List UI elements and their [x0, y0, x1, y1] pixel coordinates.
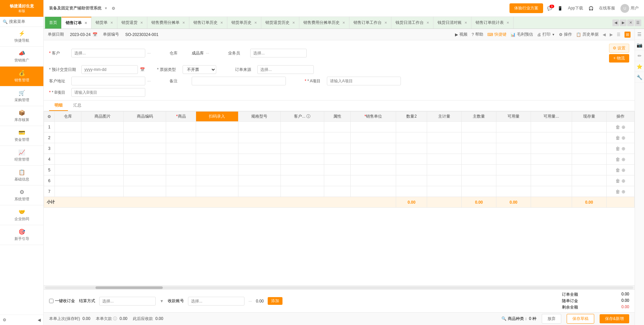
print-dropdown-icon[interactable]: ▼: [552, 33, 555, 36]
row-6-delete-icon[interactable]: 🗑: [615, 178, 620, 184]
tab-daily-workbench-close[interactable]: ✕: [426, 21, 429, 25]
row-4-warehouse[interactable]: [55, 154, 81, 165]
row-1-unit[interactable]: [350, 122, 396, 132]
tab-order-stats-close[interactable]: ✕: [506, 21, 509, 25]
th-scan[interactable]: 扫码录入: [196, 112, 238, 122]
right-panel-btn-4[interactable]: ⭐: [635, 61, 644, 72]
row-6-unit[interactable]: [350, 175, 396, 186]
tab-return-history-close[interactable]: ✕: [292, 21, 295, 25]
row-7-product[interactable]: [166, 186, 196, 197]
row-1-spec[interactable]: [238, 122, 280, 132]
row-7-spec[interactable]: [238, 186, 280, 197]
row-7-warehouse[interactable]: [55, 186, 81, 197]
row-6-copy-icon[interactable]: ⊕: [621, 178, 626, 184]
scrollbar-thumb[interactable]: [96, 286, 163, 289]
row-5-copy-icon[interactable]: ⊕: [621, 167, 626, 173]
tab-sales-return[interactable]: 销货退货 ✕: [117, 17, 147, 29]
tab-order-history-close[interactable]: ✕: [220, 21, 223, 25]
order-source-input[interactable]: [257, 65, 314, 74]
one-click-checkbox-input[interactable]: [49, 299, 53, 303]
row-5-code[interactable]: [124, 165, 166, 175]
tab-home[interactable]: 首页: [45, 17, 62, 29]
row-4-spec[interactable]: [238, 154, 280, 165]
row-4-copy-icon[interactable]: ⊕: [621, 157, 626, 162]
tab-expense-alloc[interactable]: 销售费用分摊单 ✕: [147, 17, 189, 29]
user-profile[interactable]: U 用户: [620, 4, 639, 13]
sidebar-item-operations[interactable]: 📈 经营管理: [0, 146, 43, 166]
layout-list-icon[interactable]: ☰: [617, 32, 620, 37]
sidebar-item-sales[interactable]: 💰 销售管理: [0, 67, 43, 86]
row-5-product[interactable]: [166, 165, 196, 175]
row-3-delete-icon[interactable]: 🗑: [615, 146, 620, 151]
row-6-qty2[interactable]: [396, 175, 427, 186]
row-2-warehouse[interactable]: [55, 132, 81, 143]
row-4-delete-icon[interactable]: 🗑: [615, 157, 620, 162]
tab-summary[interactable]: 汇总: [68, 100, 87, 111]
one-click-payment-checkbox[interactable]: 一键收订金: [49, 298, 75, 304]
row-6-spec[interactable]: [238, 175, 280, 186]
message-badge[interactable]: 💬 9: [547, 6, 552, 11]
right-panel-btn-2[interactable]: 📷: [635, 40, 644, 50]
owe-help-icon[interactable]: ⓘ: [113, 316, 117, 321]
tab-close-all-btn[interactable]: ✕: [627, 19, 634, 26]
horizontal-scrollbar[interactable]: [44, 285, 635, 289]
row-6-product[interactable]: [166, 175, 196, 186]
row-5-qty2[interactable]: [396, 165, 427, 175]
salesperson-input[interactable]: [250, 49, 307, 57]
b-project-input[interactable]: [71, 88, 145, 97]
row-7-delete-icon[interactable]: 🗑: [615, 189, 620, 194]
solution-button[interactable]: 体验行业方案: [509, 3, 543, 13]
tab-order-workbench[interactable]: 销售订单工作台 ✕: [349, 17, 391, 29]
save-draft-button[interactable]: 保存草稿: [567, 314, 594, 324]
row-5-spec[interactable]: [238, 165, 280, 175]
row-4-qty2[interactable]: [396, 154, 427, 165]
sidebar-item-inventory[interactable]: 📦 库存核算: [0, 106, 43, 126]
right-panel-btn-3[interactable]: ✏: [635, 50, 644, 61]
row-5-main-qty[interactable]: [462, 165, 496, 175]
tab-prev-btn[interactable]: ◀: [612, 19, 619, 26]
tab-invoice-history-close[interactable]: ✕: [254, 21, 257, 25]
view-video-btn[interactable]: ▶ 视频: [455, 32, 467, 37]
sidebar-item-quick-nav[interactable]: ⚡ 快捷导航: [0, 27, 43, 47]
settings-icon[interactable]: ⚙: [112, 6, 115, 11]
row-6-warehouse[interactable]: [55, 175, 81, 186]
tab-detail[interactable]: 明细: [49, 100, 68, 111]
customer-expand-icon[interactable]: ···: [147, 51, 151, 55]
row-3-code[interactable]: [124, 143, 166, 154]
layout-grid-icon[interactable]: ⊞: [624, 32, 631, 38]
delivery-calendar-icon[interactable]: 📅: [140, 67, 145, 72]
row-3-warehouse[interactable]: [55, 143, 81, 154]
row-2-unit[interactable]: [350, 132, 396, 143]
history-btn[interactable]: 📋 历史单据: [576, 32, 599, 37]
tab-next-btn[interactable]: ▶: [620, 19, 627, 26]
sidebar-collapse-icon[interactable]: ◀: [38, 318, 41, 322]
warehouse-expand-icon[interactable]: ···: [206, 51, 209, 55]
pagination-next-icon[interactable]: ▶: [610, 32, 613, 37]
row-6-main-qty[interactable]: [462, 175, 496, 186]
row-3-copy-icon[interactable]: ⊕: [621, 146, 626, 151]
row-4-main-qty[interactable]: [462, 154, 496, 165]
a-project-input[interactable]: [327, 77, 401, 85]
row-6-code[interactable]: [124, 175, 166, 186]
setup-button[interactable]: ⚙ 设置: [609, 44, 629, 53]
print-btn[interactable]: 🖨 打印 ▼: [537, 32, 555, 37]
shortcut-btn[interactable]: ⌨ 快捷键: [487, 32, 506, 37]
row-2-delete-icon[interactable]: 🗑: [615, 135, 620, 140]
row-2-product[interactable]: [166, 132, 196, 143]
row-2-main-qty[interactable]: [462, 132, 496, 143]
tab-expense-history[interactable]: 销售费用分摊单历史 ✕: [299, 17, 349, 29]
tab-order-workbench-close[interactable]: ✕: [384, 21, 387, 25]
sidebar-settings-icon[interactable]: ⚙: [3, 318, 6, 322]
settlement-input[interactable]: [99, 297, 156, 306]
row-1-code[interactable]: [124, 122, 166, 132]
sidebar-item-marketing[interactable]: 📣 营销推广: [0, 47, 43, 67]
row-1-delete-icon[interactable]: 🗑: [615, 124, 620, 130]
row-7-code[interactable]: [124, 186, 166, 197]
row-7-unit[interactable]: [350, 186, 396, 197]
delivery-input[interactable]: [81, 65, 138, 74]
dropdown-icon[interactable]: ▼: [104, 6, 108, 10]
row-5-warehouse[interactable]: [55, 165, 81, 175]
invoice-select[interactable]: 不开票: [183, 65, 216, 74]
right-panel-btn-1[interactable]: ☰: [635, 29, 644, 40]
operation-btn[interactable]: ⚙ 操作: [559, 32, 572, 37]
